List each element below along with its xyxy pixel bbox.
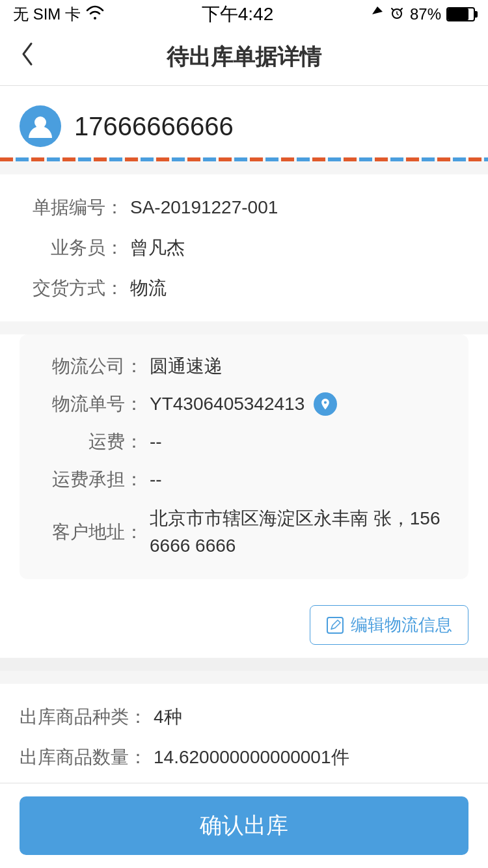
- confirm-btn-label: 确认出库: [200, 811, 288, 841]
- salesman-value: 曾凡杰: [124, 234, 468, 262]
- freight-bearer-value: --: [143, 469, 449, 490]
- address-value: 北京市市辖区海淀区永丰南 张，156 6666 6666: [143, 505, 449, 560]
- logistics-company-value: 圆通速递: [143, 354, 449, 379]
- confirm-button-container: 确认出库: [0, 783, 488, 868]
- logistics-tracking-value: YT43064053424​13: [143, 392, 449, 416]
- logistics-tracking-label: 物流单号：: [39, 392, 143, 416]
- tracking-number-text: YT43064053424​13: [150, 394, 305, 414]
- logistics-card: 物流公司： 圆通速递 物流单号： YT43064053424​13 运费： --: [20, 334, 468, 579]
- delivery-label: 交货方式：: [20, 275, 124, 302]
- location-status-icon: [371, 5, 384, 23]
- edit-logistics-label: 编辑物流信息: [351, 614, 452, 636]
- status-right: 87%: [371, 5, 475, 24]
- edit-logistics-section: 编辑物流信息: [0, 592, 488, 658]
- salesman-label: 业务员：: [20, 234, 124, 262]
- product-type-label: 出库商品种类：: [20, 703, 147, 731]
- battery-percentage: 87%: [410, 5, 441, 23]
- logistics-tracking-row: 物流单号： YT43064053424​13: [39, 392, 449, 416]
- svg-rect-2: [327, 617, 343, 633]
- freight-bearer-row: 运费承担： --: [39, 467, 449, 492]
- logistics-company-label: 物流公司：: [39, 354, 143, 379]
- user-avatar: [20, 105, 61, 147]
- confirm-outbound-button[interactable]: 确认出库: [20, 796, 468, 855]
- section-divider-dashed: [0, 157, 488, 161]
- nav-bar: 待出库单据详情: [0, 29, 488, 86]
- user-header-bottom: [0, 147, 488, 157]
- user-phone: 17666666666: [74, 112, 234, 141]
- logistics-section: 物流公司： 圆通速递 物流单号： YT43064053424​13 运费： --: [0, 334, 488, 592]
- document-number-value: SA-20191227-001: [124, 194, 468, 221]
- mid-section-divider: [0, 658, 488, 671]
- product-quantity-label: 出库商品数量：: [20, 744, 147, 771]
- document-number-label: 单据编号：: [20, 194, 124, 221]
- freight-bearer-label: 运费承担：: [39, 467, 143, 492]
- product-summary-section: 出库商品种类： 4种 出库商品数量： 14.620000000000001件: [0, 684, 488, 784]
- product-quantity-value: 14.620000000000001件: [147, 744, 468, 771]
- freight-row: 运费： --: [39, 429, 449, 454]
- freight-label: 运费：: [39, 429, 143, 454]
- product-type-row: 出库商品种类： 4种: [20, 703, 468, 731]
- salesman-row: 业务员： 曾凡杰: [20, 234, 468, 262]
- document-info-section: 单据编号： SA-20191227-001 业务员： 曾凡杰 交货方式： 物流: [0, 174, 488, 321]
- product-quantity-row: 出库商品数量： 14.620000000000001件: [20, 744, 468, 771]
- carrier-label: 无 SIM 卡: [13, 4, 81, 25]
- alarm-icon: [389, 5, 405, 24]
- product-type-value: 4种: [147, 703, 468, 731]
- status-bar: 无 SIM 卡 下午4:42 87%: [0, 0, 488, 29]
- document-number-row: 单据编号： SA-20191227-001: [20, 194, 468, 221]
- user-header: 17666666666: [0, 86, 488, 147]
- status-left: 无 SIM 卡: [13, 4, 104, 25]
- edit-logistics-button[interactable]: 编辑物流信息: [310, 605, 468, 645]
- delivery-value: 物流: [124, 275, 468, 302]
- track-location-button[interactable]: [314, 392, 337, 416]
- back-button[interactable]: [20, 41, 35, 73]
- freight-value: --: [143, 431, 449, 452]
- wifi-icon: [86, 5, 104, 23]
- address-row: 客户地址： 北京市市辖区海淀区永丰南 张，156 6666 6666: [39, 505, 449, 560]
- logistics-company-row: 物流公司： 圆通速递: [39, 354, 449, 379]
- status-time: 下午4:42: [202, 2, 274, 27]
- delivery-row: 交货方式： 物流: [20, 275, 468, 302]
- battery-icon: [446, 7, 475, 21]
- address-label: 客户地址：: [39, 520, 143, 545]
- page-title: 待出库单据详情: [167, 42, 321, 72]
